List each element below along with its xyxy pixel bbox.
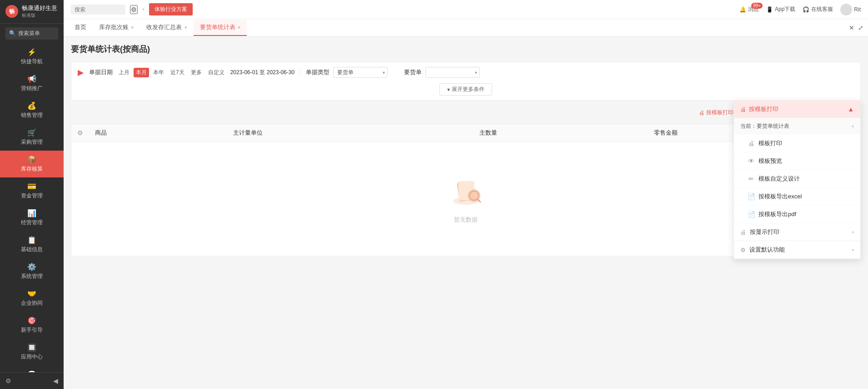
current-item-chevron-icon: ▾ bbox=[852, 124, 854, 129]
type-select-wrapper: 要货单 bbox=[333, 67, 388, 78]
purchase-icon: 🛒 bbox=[27, 128, 36, 137]
dropdown-item-template-print[interactable]: 🖨 模板打印 bbox=[734, 135, 860, 152]
service-icon: 🎧 bbox=[803, 6, 809, 13]
tab-order-stats[interactable]: 要货单统计表 × bbox=[194, 20, 247, 36]
collab-icon: 🤝 bbox=[27, 289, 36, 298]
goods-select[interactable] bbox=[425, 67, 480, 78]
guide-icon: 🎯 bbox=[27, 316, 36, 325]
header-gear-button[interactable]: ⚙ bbox=[130, 5, 138, 14]
date-buttons: 上月 本月 本年 近7天 更多 自定义 bbox=[116, 68, 227, 77]
sidebar-item-sales[interactable]: 💰 销售管理 bbox=[0, 97, 64, 124]
dropdown-item-template-preview[interactable]: 👁 模板预览 bbox=[734, 152, 860, 170]
sidebar-item-marketing[interactable]: 📢 营销推广 bbox=[0, 70, 64, 97]
sidebar-nav: ⚡ 快捷导航 📢 营销推广 💰 销售管理 🛒 采购管理 📦 库存核算 💳 资金管… bbox=[0, 43, 64, 372]
type-select[interactable]: 要货单 bbox=[333, 67, 388, 78]
quick-nav-icon: ⚡ bbox=[27, 48, 36, 56]
app-download-item[interactable]: 📱 App下载 bbox=[766, 5, 795, 13]
tab-close-inventory-batch[interactable]: × bbox=[131, 25, 134, 30]
display-print-icon: 🖨 bbox=[740, 229, 746, 236]
printer-dropdown-icon: 🖨 bbox=[740, 106, 746, 113]
main-area: ⚙ ▾ 体验行业方案 🔔 消息 99+ 📱 App下载 🎧 在线客服 Rit bbox=[64, 0, 868, 389]
sidebar-item-operations[interactable]: 📊 经营管理 bbox=[0, 204, 64, 231]
printer-icon: 🖨 bbox=[699, 110, 704, 116]
empty-icon bbox=[448, 174, 484, 210]
goods-select-wrapper bbox=[425, 67, 480, 78]
system-icon: ⚙️ bbox=[27, 263, 36, 271]
sidebar-item-quick-nav[interactable]: ⚡ 快捷导航 bbox=[0, 43, 64, 70]
collapse-button[interactable]: ◀ bbox=[53, 377, 58, 384]
expand-more-button[interactable]: ▾ 展开更多条件 bbox=[439, 83, 492, 96]
filter-divider bbox=[300, 68, 300, 77]
export-excel-icon: 📄 bbox=[748, 193, 755, 200]
date-custom[interactable]: 自定义 bbox=[206, 68, 227, 77]
dropdown-item-export-excel[interactable]: 📄 按模板导出excel bbox=[734, 188, 860, 206]
table-col-unit: 主计量单位 bbox=[228, 124, 474, 142]
sidebar-item-basic[interactable]: 📋 基础信息 bbox=[0, 231, 64, 258]
table-col-goods: 商品 bbox=[90, 124, 228, 142]
trial-button[interactable]: 体验行业方案 bbox=[149, 3, 193, 15]
sidebar-item-wechat[interactable]: 💬 企业微信 bbox=[0, 365, 64, 372]
dropdown-item-template-design[interactable]: ✏ 模板自定义设计 bbox=[734, 170, 860, 188]
date-prev-month[interactable]: 上月 bbox=[116, 68, 132, 77]
marketing-icon: 📢 bbox=[27, 75, 36, 83]
inventory-icon: 📦 bbox=[27, 155, 36, 164]
template-preview-icon: 👁 bbox=[748, 157, 755, 165]
finance-icon: 💳 bbox=[27, 182, 36, 191]
sidebar-item-collab[interactable]: 🤝 企业协同 bbox=[0, 285, 64, 312]
table-col-settings[interactable]: ⚙ bbox=[71, 124, 90, 142]
template-design-icon: ✏ bbox=[748, 175, 755, 182]
date-current-month[interactable]: 本月 bbox=[134, 68, 149, 77]
sidebar-item-purchase[interactable]: 🛒 采购管理 bbox=[0, 124, 64, 151]
date-more[interactable]: 更多 bbox=[189, 68, 204, 77]
avatar bbox=[840, 4, 852, 15]
maximize-button[interactable]: ⤢ bbox=[858, 24, 863, 31]
sidebar-item-system[interactable]: ⚙️ 系统管理 bbox=[0, 258, 64, 285]
page-title: 要货单统计表(按商品) bbox=[71, 44, 861, 55]
display-print-chevron-icon: ▾ bbox=[852, 230, 854, 235]
tab-inventory-batch[interactable]: 库存批次账 × bbox=[93, 20, 140, 36]
date-range-display: 2023-06-01 至 2023-06-30 bbox=[230, 69, 294, 76]
app-badge: 标准版 bbox=[22, 12, 57, 19]
date-last7days[interactable]: 近7天 bbox=[168, 68, 187, 77]
filter-expand-button[interactable]: ▶ bbox=[78, 68, 83, 77]
sidebar-search-area: 🔍 搜索菜单 bbox=[0, 24, 64, 43]
sidebar-item-apps[interactable]: 🔲 应用中心 bbox=[0, 338, 64, 365]
sidebar-footer: ⚙ ◀ bbox=[0, 372, 64, 389]
tab-bar-actions: ✕ ⤢ bbox=[849, 24, 863, 31]
dropdown-section-display-print[interactable]: 🖨 按显示打印 ▾ bbox=[734, 223, 860, 241]
type-filter-label: 单据类型 bbox=[306, 68, 329, 76]
sidebar-item-guide[interactable]: 🎯 新手引导 bbox=[0, 312, 64, 338]
online-service-item[interactable]: 🎧 在线客服 bbox=[803, 5, 833, 13]
export-pdf-icon: 📄 bbox=[748, 211, 755, 218]
settings-button[interactable]: ⚙ bbox=[5, 377, 11, 384]
dropdown-item-export-pdf[interactable]: 📄 按模板导出pdf bbox=[734, 206, 860, 223]
dropdown-close-button[interactable]: ▲ bbox=[848, 106, 854, 113]
operations-icon: 📊 bbox=[27, 209, 36, 217]
tab-home[interactable]: 首页 bbox=[68, 20, 93, 36]
download-icon: 📱 bbox=[766, 6, 773, 13]
header-search-input[interactable] bbox=[71, 5, 125, 15]
user-profile-item[interactable]: Rit bbox=[840, 4, 861, 15]
sidebar-item-inventory[interactable]: 📦 库存核算 bbox=[0, 151, 64, 177]
tab-collection-summary[interactable]: 收发存汇总表 × bbox=[140, 20, 193, 36]
search-menu-button[interactable]: 🔍 搜索菜单 bbox=[5, 27, 58, 40]
dropdown-arrow-icon: ▾ bbox=[142, 7, 145, 12]
top-header: ⚙ ▾ 体验行业方案 🔔 消息 99+ 📱 App下载 🎧 在线客服 Rit bbox=[64, 0, 868, 19]
close-all-tabs-button[interactable]: ✕ bbox=[849, 24, 854, 31]
tab-close-collection-summary[interactable]: × bbox=[184, 25, 187, 30]
basic-icon: 📋 bbox=[27, 236, 36, 244]
app-logo-icon: 畅 bbox=[5, 5, 18, 18]
sidebar-logo: 畅 畅康通好生意 标准版 bbox=[0, 0, 64, 24]
tab-close-order-stats[interactable]: × bbox=[238, 25, 240, 30]
table-col-quantity: 主数量 bbox=[474, 124, 649, 142]
dropdown-section-set-default[interactable]: ⚙ 设置默认功能 ▾ bbox=[734, 241, 860, 259]
dropdown-panel-title: 🖨 按模板打印 bbox=[740, 105, 778, 113]
sidebar-item-finance[interactable]: 💳 资金管理 bbox=[0, 177, 64, 204]
date-current-year[interactable]: 本年 bbox=[151, 68, 166, 77]
table-settings-icon[interactable]: ⚙ bbox=[77, 129, 83, 136]
sidebar: 畅 畅康通好生意 标准版 🔍 搜索菜单 ⚡ 快捷导航 📢 营销推广 💰 销售管理… bbox=[0, 0, 64, 389]
filter-bar: ▶ 单据日期 上月 本月 本年 近7天 更多 自定义 2023-06-01 至 … bbox=[71, 62, 861, 101]
dropdown-panel-header: 🖨 按模板打印 ▲ bbox=[734, 101, 860, 118]
dropdown-current-item[interactable]: 当前：要货单统计表 ▾ bbox=[734, 118, 860, 135]
notifications-item[interactable]: 🔔 消息 99+ bbox=[739, 5, 759, 13]
